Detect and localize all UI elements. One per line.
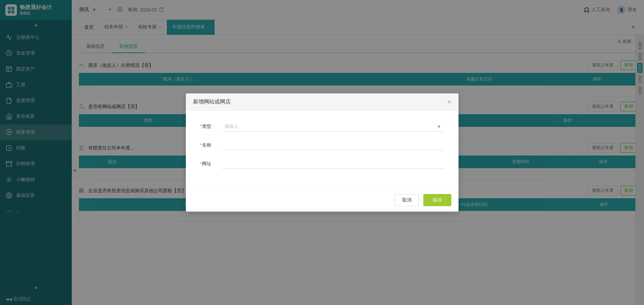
url-input-wrap (222, 159, 444, 169)
type-input[interactable] (222, 121, 444, 131)
save-button[interactable]: 保存 (423, 194, 451, 206)
cancel-button[interactable]: 取消 (395, 194, 419, 206)
name-input-wrap (222, 140, 444, 150)
name-input[interactable] (222, 140, 444, 150)
type-input-wrap: ▼ (222, 121, 444, 131)
type-label: *类型 (200, 123, 222, 130)
url-input[interactable] (222, 159, 444, 168)
dialog-title: 新增网站或网店 (193, 98, 231, 105)
form-row-url: *网址 (200, 159, 444, 169)
dialog-header: 新增网站或网店 × (186, 93, 459, 111)
form-row-name: *名称 (200, 140, 444, 150)
name-label: *名称 (200, 142, 222, 148)
form-row-type: *类型 ▼ (200, 121, 444, 131)
dialog-body: *类型 ▼ *名称 *网址 (186, 111, 459, 188)
add-website-dialog: 新增网站或网店 × *类型 ▼ *名称 (186, 93, 459, 212)
url-label: *网址 (200, 161, 222, 167)
dialog-footer: 取消 保存 (186, 188, 459, 212)
dialog-overlay: 新增网站或网店 × *类型 ▼ *名称 (0, 0, 644, 305)
dialog-close-button[interactable]: × (447, 99, 451, 105)
